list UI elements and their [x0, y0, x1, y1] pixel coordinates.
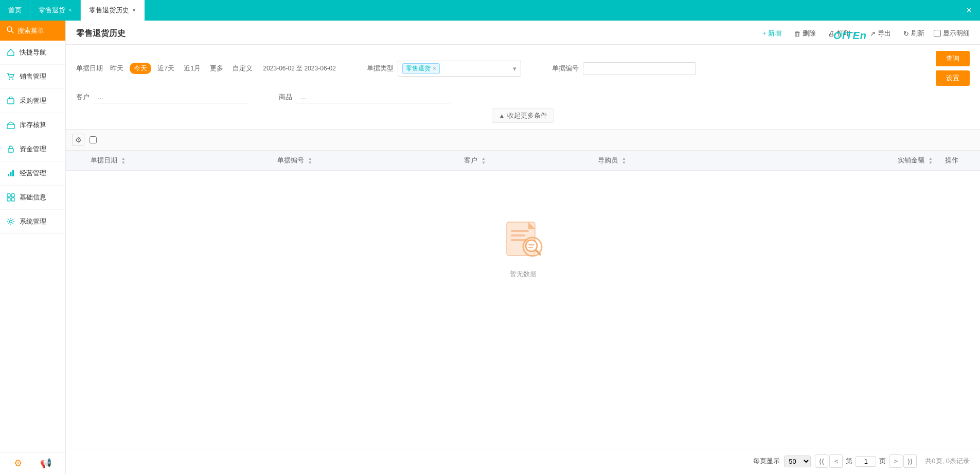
page-next-button[interactable]: ＞: [889, 454, 902, 468]
sidebar-item-quick-nav[interactable]: 快捷导航: [0, 41, 65, 65]
search-menu-label: 搜索菜单: [17, 26, 44, 35]
sort-customer-icon[interactable]: ▲ ▼: [482, 157, 486, 165]
svg-rect-7: [8, 174, 9, 176]
sidebar-item-inventory[interactable]: 库存核算: [0, 113, 65, 137]
date-custom[interactable]: 自定义: [229, 63, 256, 74]
th-date[interactable]: 单据日期 ▲ ▼: [84, 151, 271, 171]
th-customer[interactable]: 客户 ▲ ▼: [458, 151, 592, 171]
page-title: 零售退货历史: [76, 28, 126, 39]
pagination-nav: ⟨⟨ ＜ 第 页 ＞ ⟩⟩: [815, 454, 917, 468]
th-guide[interactable]: 导购员 ▲ ▼: [592, 151, 752, 171]
volume-icon[interactable]: 📢: [40, 458, 51, 469]
goods-input[interactable]: [296, 91, 451, 103]
tab-retail-return-history[interactable]: 零售退货历史 ×: [81, 0, 145, 21]
new-button[interactable]: + 新增: [759, 27, 785, 40]
empty-illustration: [497, 212, 549, 263]
gear-bottom-icon[interactable]: ⚙: [14, 458, 22, 469]
window-close-button[interactable]: ×: [966, 5, 972, 16]
bill-type-select[interactable]: 零售退货 × ▾: [398, 61, 521, 77]
svg-rect-9: [12, 170, 14, 176]
date-more[interactable]: 更多: [207, 63, 226, 74]
sidebar-item-finance[interactable]: 资金管理: [0, 137, 65, 161]
sort-guide-icon[interactable]: ▲ ▼: [622, 157, 626, 165]
query-button[interactable]: 查询: [936, 51, 970, 66]
top-bar: 首页 零售退货 × 零售退货历史 × OfTEn ×: [0, 0, 980, 21]
table-settings-icon[interactable]: ⚙: [72, 134, 84, 146]
top-bar-right: OfTEn ×: [956, 5, 980, 16]
close-tab-retail-return[interactable]: ×: [68, 7, 72, 14]
customer-filter: 客户: [76, 91, 248, 103]
lock-icon: [6, 144, 15, 154]
date-shortcuts: 昨天 今天 近7天 近1月 更多 自定义: [107, 63, 256, 74]
svg-rect-13: [11, 198, 14, 201]
customer-input[interactable]: [94, 91, 248, 103]
delete-button[interactable]: 🗑 删除: [791, 27, 819, 40]
export-icon: ↗: [870, 30, 876, 38]
goods-filter: 商品: [279, 91, 451, 103]
new-icon: + 新增: [762, 29, 781, 38]
bill-type-tag: 零售退货 ×: [402, 63, 440, 74]
date-today[interactable]: 今天: [130, 63, 151, 74]
select-all-checkbox[interactable]: [90, 136, 97, 143]
tag-close-icon[interactable]: ×: [433, 65, 436, 72]
export-button[interactable]: ↗ 导出: [867, 27, 894, 40]
refresh-button[interactable]: ↻ 刷新: [900, 27, 928, 40]
svg-rect-10: [7, 194, 10, 197]
sidebar-item-basic-info[interactable]: 基础信息: [0, 186, 65, 210]
date-range-display: 2023-06-02 至 2023-06-02: [263, 64, 335, 73]
svg-rect-23: [528, 247, 533, 248]
tab-retail-return[interactable]: 零售退货 ×: [30, 0, 81, 21]
display-detail-checkbox[interactable]: 显示明细: [934, 29, 970, 38]
per-page-select[interactable]: 50 100 200: [784, 455, 811, 467]
svg-rect-5: [7, 124, 14, 129]
sidebar: 搜索菜单 快捷导航 销售管理 采购管理: [0, 21, 66, 474]
date-yesterday[interactable]: 昨天: [107, 63, 127, 74]
goods-label: 商品: [279, 93, 292, 102]
table-container: ⚙ 单据日期 ▲ ▼ 单据编号: [66, 130, 980, 448]
search-menu-bar[interactable]: 搜索菜单: [0, 21, 65, 41]
close-tab-retail-return-history[interactable]: ×: [132, 7, 136, 14]
box-icon: [6, 96, 15, 105]
sidebar-item-sales[interactable]: 销售管理: [0, 65, 65, 89]
page-unit: 页: [879, 457, 886, 466]
sidebar-item-operations[interactable]: 经营管理: [0, 161, 65, 186]
display-detail-input[interactable]: [934, 30, 941, 37]
svg-rect-12: [7, 198, 10, 201]
sidebar-item-purchase[interactable]: 采购管理: [0, 89, 65, 113]
date-label: 单据日期: [76, 64, 103, 73]
collapse-row: ▲ 收起更多条件: [76, 108, 970, 123]
action-buttons: 查询 设置: [936, 51, 970, 86]
page-last-button[interactable]: ⟩⟩: [903, 454, 917, 468]
set-button[interactable]: 设置: [936, 70, 970, 86]
bill-no-input[interactable]: [583, 62, 696, 75]
collapse-button[interactable]: ▲ 收起更多条件: [492, 108, 554, 123]
collapse-icon: ▲: [498, 112, 505, 120]
warehouse-icon: [6, 120, 15, 130]
page-first-button[interactable]: ⟨⟨: [815, 454, 828, 468]
page-input[interactable]: [856, 456, 876, 467]
svg-point-3: [12, 79, 13, 80]
page-prefix: 第: [846, 457, 852, 466]
page-prev-button[interactable]: ＜: [829, 454, 843, 468]
th-no[interactable]: 单据编号 ▲ ▼: [271, 151, 458, 171]
date-7days[interactable]: 近7天: [154, 63, 177, 74]
svg-point-14: [10, 221, 12, 223]
th-amount[interactable]: 实销金额 ▲ ▼: [752, 151, 939, 171]
bill-type-filter: 单据类型 零售退货 × ▾: [367, 61, 521, 77]
chart-icon: [6, 169, 15, 178]
tab-bar: 首页 零售退货 × 零售退货历史 ×: [0, 0, 956, 21]
tab-home[interactable]: 首页: [0, 0, 30, 21]
th-checkbox: [66, 151, 84, 171]
svg-point-2: [9, 79, 10, 80]
date-1month[interactable]: 近1月: [181, 63, 204, 74]
sidebar-item-system[interactable]: 系统管理: [0, 210, 65, 234]
print-dropdown-icon[interactable]: ▼: [852, 31, 858, 37]
sort-date-icon[interactable]: ▲ ▼: [121, 157, 126, 165]
filter-row-2: 客户 商品: [76, 91, 970, 103]
sort-amount-icon[interactable]: ▲ ▼: [929, 157, 933, 165]
bill-type-label: 单据类型: [367, 64, 394, 73]
bill-no-filter: 单据编号: [552, 62, 696, 75]
page-header: 零售退货历史 + 新增 🗑 删除 🖨 打印 ▼ ↗ 导出 ↻: [66, 21, 980, 45]
print-button[interactable]: 🖨 打印 ▼: [825, 27, 861, 40]
sort-no-icon[interactable]: ▲ ▼: [308, 157, 312, 165]
